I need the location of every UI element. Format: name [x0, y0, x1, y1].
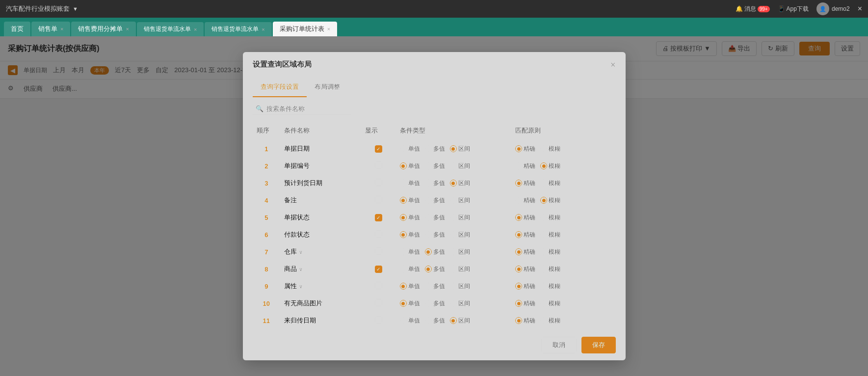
- tab-purchase-order-close[interactable]: ×: [327, 26, 330, 32]
- cell-display[interactable]: [361, 158, 396, 175]
- radio-type-multi[interactable]: 多值: [425, 145, 445, 153]
- user-section[interactable]: 👤 demo2: [816, 2, 850, 15]
- radio-type-single[interactable]: 单值: [400, 179, 420, 188]
- radio-type-single[interactable]: 单值: [400, 145, 420, 153]
- expand-arrow-icon[interactable]: ∨: [299, 249, 303, 255]
- radio-type-range[interactable]: 区间: [450, 248, 470, 256]
- search-input[interactable]: [266, 105, 345, 112]
- radio-type-range[interactable]: 区间: [450, 231, 470, 239]
- display-checkbox[interactable]: [375, 247, 382, 255]
- tab-sales-return2[interactable]: 销售退货单流水单 ×: [205, 22, 271, 36]
- radio-match-fuzzy[interactable]: 模糊: [540, 248, 560, 256]
- cell-display[interactable]: [361, 140, 396, 158]
- tab-purchase-order[interactable]: 采购订单统计表 ×: [273, 22, 337, 36]
- radio-match-fuzzy[interactable]: 模糊: [540, 299, 560, 308]
- radio-type-range[interactable]: 区间: [450, 145, 470, 153]
- cancel-button[interactable]: 取消: [541, 337, 577, 353]
- radio-type-multi[interactable]: 多值: [425, 265, 445, 273]
- radio-type-multi[interactable]: 多值: [425, 179, 445, 188]
- radio-type-single[interactable]: 单值: [400, 196, 420, 205]
- radio-match-fuzzy[interactable]: 模糊: [540, 282, 560, 291]
- radio-type-multi[interactable]: 多值: [425, 162, 445, 170]
- download-button[interactable]: 📱 App下载: [778, 5, 809, 13]
- tab-sales-expense-close[interactable]: ×: [126, 26, 129, 32]
- radio-match-exact[interactable]: 精确: [515, 248, 535, 256]
- dialog-tab-layout[interactable]: 布局调整: [307, 78, 348, 97]
- radio-type-range[interactable]: 区间: [450, 162, 470, 170]
- cell-display[interactable]: [361, 192, 396, 209]
- tab-sales-return1-close[interactable]: ×: [194, 27, 197, 32]
- display-checkbox[interactable]: [375, 266, 382, 273]
- expand-arrow-icon[interactable]: ∨: [299, 266, 303, 272]
- radio-match-exact[interactable]: 精确: [515, 145, 535, 153]
- tab-sales-return2-close[interactable]: ×: [262, 27, 264, 32]
- notification-button[interactable]: 🔔 消息 99+: [736, 5, 770, 13]
- tab-sales-order-close[interactable]: ×: [60, 26, 63, 32]
- radio-match-exact[interactable]: 精确: [515, 196, 535, 205]
- radio-match-fuzzy[interactable]: 模糊: [540, 145, 560, 153]
- radio-match-exact[interactable]: 精确: [515, 214, 535, 222]
- radio-type-range[interactable]: 区间: [450, 214, 470, 222]
- radio-type-multi[interactable]: 多值: [425, 317, 445, 325]
- radio-match-exact[interactable]: 精确: [515, 265, 535, 273]
- radio-match-exact[interactable]: 精确: [515, 162, 535, 170]
- radio-type-single[interactable]: 单值: [400, 162, 420, 170]
- cell-display[interactable]: [361, 243, 396, 261]
- radio-type-multi[interactable]: 多值: [425, 214, 445, 222]
- radio-type-multi[interactable]: 多值: [425, 299, 445, 308]
- radio-match-exact[interactable]: 精确: [515, 179, 535, 188]
- radio-type-range[interactable]: 区间: [450, 265, 470, 273]
- cell-display[interactable]: [361, 175, 396, 192]
- radio-type-range[interactable]: 区间: [450, 282, 470, 291]
- display-checkbox[interactable]: [375, 214, 382, 221]
- radio-type-multi[interactable]: 多值: [425, 196, 445, 205]
- radio-type-single[interactable]: 单值: [400, 265, 420, 273]
- radio-type-single[interactable]: 单值: [400, 214, 420, 222]
- display-checkbox[interactable]: [375, 179, 382, 186]
- radio-match-fuzzy[interactable]: 模糊: [540, 265, 560, 273]
- radio-match-fuzzy[interactable]: 模糊: [540, 196, 560, 205]
- radio-type-range[interactable]: 区间: [450, 299, 470, 308]
- radio-match-fuzzy[interactable]: 模糊: [540, 179, 560, 188]
- cell-display[interactable]: [361, 312, 396, 329]
- radio-match-fuzzy[interactable]: 模糊: [540, 231, 560, 239]
- radio-match-exact[interactable]: 精确: [515, 317, 535, 325]
- cell-display[interactable]: [361, 226, 396, 243]
- tab-home[interactable]: 首页: [4, 22, 30, 36]
- radio-match-fuzzy[interactable]: 模糊: [540, 317, 560, 325]
- dialog-close-button[interactable]: ×: [610, 60, 616, 69]
- radio-type-range[interactable]: 区间: [450, 196, 470, 205]
- close-window-button[interactable]: ×: [858, 4, 862, 13]
- cell-display[interactable]: [361, 278, 396, 295]
- cell-display[interactable]: [361, 209, 396, 226]
- tab-sales-order[interactable]: 销售单 ×: [31, 22, 70, 36]
- radio-type-single[interactable]: 单值: [400, 299, 420, 308]
- dialog-tab-query-fields[interactable]: 查询字段设置: [253, 78, 307, 97]
- radio-type-multi[interactable]: 多值: [425, 282, 445, 291]
- radio-type-single[interactable]: 单值: [400, 282, 420, 291]
- display-checkbox[interactable]: [375, 196, 382, 203]
- save-button[interactable]: 保存: [581, 337, 616, 353]
- radio-type-single[interactable]: 单值: [400, 317, 420, 325]
- display-checkbox[interactable]: [375, 230, 382, 238]
- display-checkbox[interactable]: [375, 145, 382, 153]
- radio-type-multi[interactable]: 多值: [425, 231, 445, 239]
- display-checkbox[interactable]: [375, 316, 382, 323]
- radio-type-single[interactable]: 单值: [400, 248, 420, 256]
- cell-display[interactable]: [361, 295, 396, 312]
- tab-sales-expense[interactable]: 销售费用分摊单 ×: [71, 22, 135, 36]
- radio-match-fuzzy[interactable]: 模糊: [540, 162, 560, 170]
- radio-type-multi[interactable]: 多值: [425, 248, 445, 256]
- display-checkbox[interactable]: [375, 161, 382, 169]
- tab-sales-return1[interactable]: 销售退货单流水单 ×: [137, 22, 204, 36]
- radio-match-exact[interactable]: 精确: [515, 231, 535, 239]
- radio-match-exact[interactable]: 精确: [515, 282, 535, 291]
- cell-display[interactable]: [361, 261, 396, 278]
- radio-type-single[interactable]: 单值: [400, 231, 420, 239]
- radio-type-range[interactable]: 区间: [450, 317, 470, 325]
- radio-match-exact[interactable]: 精确: [515, 299, 535, 308]
- radio-type-range[interactable]: 区间: [450, 179, 470, 188]
- expand-arrow-icon[interactable]: ∨: [299, 283, 303, 289]
- radio-match-fuzzy[interactable]: 模糊: [540, 214, 560, 222]
- display-checkbox[interactable]: [375, 282, 382, 289]
